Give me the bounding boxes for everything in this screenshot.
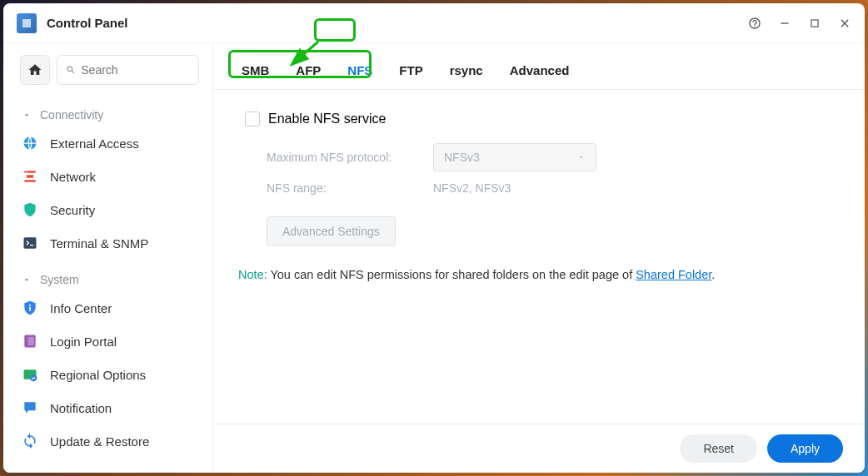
tab-afp[interactable]: AFP — [292, 62, 324, 79]
search-icon — [66, 64, 76, 76]
max-protocol-label: Maximum NFS protocol: — [267, 151, 433, 164]
globe-icon — [22, 135, 38, 151]
sidebar-item-external-access[interactable]: External Access — [3, 126, 212, 160]
chevron-down-icon — [577, 153, 586, 161]
sidebar-list[interactable]: ConnectivityExternal AccessNetworkSecuri… — [3, 95, 212, 473]
enable-nfs-row[interactable]: Enable NFS service — [238, 105, 397, 133]
svg-point-3 — [26, 171, 27, 173]
nfs-range-value: NFSv2, NFSv3 — [433, 181, 511, 195]
sidebar-item-label: Terminal & SNMP — [50, 236, 148, 250]
help-button[interactable] — [748, 17, 761, 30]
sidebar-item-label: Regional Options — [50, 368, 146, 382]
svg-point-5 — [29, 305, 31, 306]
sidebar-item-terminal-snmp[interactable]: Terminal & SNMP — [3, 226, 212, 260]
sidebar-top — [3, 43, 212, 95]
sidebar-item-info-center[interactable]: Info Center — [3, 291, 212, 325]
svg-rect-6 — [29, 307, 31, 311]
region-icon — [22, 366, 38, 383]
svg-rect-0 — [781, 22, 788, 23]
sidebar-item-login-portal[interactable]: Login Portal — [3, 325, 212, 358]
content-area: Enable NFS service Maximum NFS protocol:… — [213, 90, 865, 424]
reset-button[interactable]: Reset — [680, 434, 757, 463]
sidebar-item-update-restore[interactable]: Update & Restore — [3, 424, 212, 458]
home-icon — [27, 62, 42, 77]
max-protocol-value: NFSv3 — [444, 151, 480, 164]
svg-rect-1 — [811, 19, 818, 26]
chat-icon — [22, 399, 38, 416]
search-input[interactable] — [81, 63, 190, 77]
main-panel: SMBAFPNFSFTPrsyncAdvanced Enable NFS ser… — [213, 43, 865, 473]
update-icon — [22, 433, 38, 449]
sidebar-item-label: Login Portal — [50, 335, 117, 349]
enable-nfs-checkbox[interactable] — [245, 112, 260, 126]
max-protocol-row: Maximum NFS protocol: NFSv3 — [267, 143, 840, 171]
sidebar-item-label: Security — [50, 203, 95, 217]
svg-rect-8 — [28, 337, 35, 345]
sidebar-item-network[interactable]: Network — [3, 160, 212, 193]
close-button[interactable] — [838, 17, 851, 30]
body: ConnectivityExternal AccessNetworkSecuri… — [3, 43, 865, 473]
enable-nfs-label: Enable NFS service — [268, 112, 386, 126]
sidebar-item-notification[interactable]: Notification — [3, 391, 212, 424]
sidebar-item-label: Notification — [50, 401, 112, 415]
info-icon — [22, 300, 38, 316]
maximize-button[interactable] — [808, 17, 821, 30]
sidebar-item-regional-options[interactable]: Regional Options — [3, 358, 212, 391]
section-title: Connectivity — [40, 108, 103, 121]
note-row: Note: You can edit NFS permissions for s… — [238, 268, 840, 281]
note-text: You can edit NFS permissions for shared … — [267, 268, 636, 281]
section-header-connectivity[interactable]: Connectivity — [3, 95, 212, 126]
sidebar-item-label: Info Center — [50, 301, 112, 315]
note-label: Note: — [238, 268, 267, 281]
titlebar: Control Panel — [3, 3, 865, 43]
minimize-button[interactable] — [778, 17, 791, 30]
terminal-icon — [22, 235, 38, 251]
sidebar-item-security[interactable]: Security — [3, 193, 212, 226]
max-protocol-select[interactable]: NFSv3 — [433, 143, 596, 171]
section-title: System — [40, 273, 79, 286]
shared-folder-link[interactable]: Shared Folder — [636, 268, 711, 281]
apply-button[interactable]: Apply — [767, 434, 843, 463]
note-suffix: . — [711, 268, 715, 281]
network-icon — [22, 168, 38, 185]
search-field[interactable] — [57, 55, 199, 85]
nfs-range-row: NFS range: NFSv2, NFSv3 — [267, 181, 840, 195]
footer: Reset Apply — [213, 424, 865, 473]
app-icon — [17, 13, 37, 33]
shield-icon — [22, 201, 38, 218]
tabs: SMBAFPNFSFTPrsyncAdvanced — [213, 43, 865, 90]
door-icon — [22, 333, 38, 350]
chevron-up-icon — [22, 110, 32, 120]
sidebar-item-label: Network — [50, 170, 96, 184]
home-button[interactable] — [20, 55, 50, 85]
svg-rect-4 — [24, 237, 37, 248]
advanced-settings-button[interactable]: Advanced Settings — [267, 216, 396, 246]
sidebar-item-label: Update & Restore — [50, 434, 149, 449]
tab-advanced[interactable]: Advanced — [506, 62, 573, 79]
tab-rsync[interactable]: rsync — [446, 62, 486, 79]
nfs-range-label: NFS range: — [267, 181, 433, 195]
sidebar-item-label: External Access — [50, 136, 139, 151]
tab-nfs[interactable]: NFS — [344, 62, 376, 79]
tab-ftp[interactable]: FTP — [396, 62, 426, 79]
window-title: Control Panel — [47, 16, 748, 30]
control-panel-window: Control Panel — [3, 3, 865, 473]
sidebar: ConnectivityExternal AccessNetworkSecuri… — [3, 43, 213, 473]
section-header-system[interactable]: System — [3, 260, 212, 291]
chevron-up-icon — [22, 275, 32, 285]
tab-smb[interactable]: SMB — [238, 62, 272, 79]
window-controls — [748, 17, 851, 30]
